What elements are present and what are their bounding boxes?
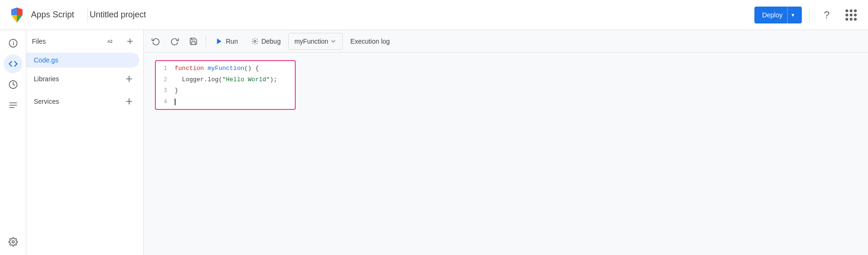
triggers-nav-button[interactable]	[4, 75, 23, 94]
files-title: Files	[32, 38, 100, 45]
line-content-1: function myFunction() {	[175, 63, 259, 74]
svg-marker-18	[217, 39, 221, 44]
run-icon	[215, 38, 223, 45]
icon-nav: i	[0, 30, 26, 255]
deploy-button[interactable]: Deploy ▾	[754, 7, 802, 23]
svg-point-19	[254, 40, 256, 42]
code-block: 1 function myFunction() { 2 Logger.log("…	[155, 60, 296, 110]
svg-point-10	[12, 241, 14, 243]
line-content-2: Logger.log("Hello World");	[175, 74, 277, 85]
file-panel-header: Files AZ	[26, 30, 143, 53]
execution-log-button[interactable]: Execution log	[345, 33, 395, 50]
undo-button[interactable]	[147, 33, 164, 50]
apps-grid-button[interactable]	[842, 6, 860, 24]
app-name: Apps Script	[31, 10, 74, 20]
services-header[interactable]: Services	[26, 92, 143, 111]
toolbar: Run Debug myFunction Execution log	[144, 30, 868, 53]
services-section: Services	[26, 90, 143, 113]
debug-label: Debug	[261, 38, 281, 45]
file-item-code-gs[interactable]: Code.gs	[26, 53, 139, 68]
header: Apps Script Untitled project Deploy ▾ ?	[0, 0, 868, 30]
info-icon: i	[8, 39, 18, 48]
main-container: i	[0, 30, 868, 255]
project-name[interactable]: Untitled project	[90, 10, 754, 20]
code-line-1: 1 function myFunction() {	[160, 63, 291, 74]
add-library-button[interactable]	[123, 72, 136, 85]
libraries-section: Libraries	[26, 68, 143, 90]
logo-area: Apps Script	[8, 6, 74, 24]
header-actions: Deploy ▾ ?	[754, 6, 860, 24]
code-nav-button[interactable]	[4, 54, 23, 73]
grid-icon	[845, 9, 857, 21]
libraries-title: Libraries	[34, 75, 123, 83]
add-icon	[126, 37, 134, 46]
file-panel: Files AZ Code.gs Libraries	[26, 30, 144, 255]
code-line-2: 2 Logger.log("Hello World");	[160, 74, 291, 85]
run-button[interactable]: Run	[210, 33, 244, 50]
redo-button[interactable]	[166, 33, 183, 50]
code-icon	[8, 59, 18, 69]
line-content-3: }	[175, 85, 178, 96]
save-button[interactable]	[185, 33, 202, 50]
settings-nav-button[interactable]	[4, 232, 23, 251]
add-file-button[interactable]	[123, 34, 138, 49]
info-nav-button[interactable]: i	[4, 34, 23, 53]
run-label: Run	[226, 38, 238, 45]
redo-icon	[170, 37, 179, 46]
editor-container: Run Debug myFunction Execution log	[144, 30, 868, 255]
svg-marker-1	[17, 8, 23, 15]
help-button[interactable]: ?	[817, 6, 836, 24]
line-num-3: 3	[160, 86, 167, 96]
apps-script-logo	[8, 6, 26, 24]
function-name: myFunction	[294, 38, 328, 45]
function-selector[interactable]: myFunction	[288, 33, 343, 50]
debug-icon	[251, 38, 259, 45]
debug-button[interactable]: Debug	[246, 33, 286, 50]
add-service-button[interactable]	[123, 95, 136, 108]
icon-nav-bottom	[4, 232, 23, 255]
help-icon: ?	[824, 9, 830, 21]
svg-text:i: i	[13, 40, 14, 46]
execution-log-label: Execution log	[350, 38, 390, 45]
header-divider	[87, 8, 88, 23]
settings-icon	[8, 237, 18, 247]
code-line-4: 4	[160, 96, 291, 108]
code-line-3: 3 }	[160, 85, 291, 96]
clock-icon	[8, 80, 18, 89]
save-icon	[189, 37, 198, 46]
add-library-icon	[124, 74, 134, 84]
svg-text:AZ: AZ	[108, 39, 113, 44]
add-service-icon	[124, 97, 134, 106]
undo-icon	[152, 37, 160, 46]
svg-marker-2	[11, 15, 17, 23]
code-lines: 1 function myFunction() { 2 Logger.log("…	[160, 63, 291, 107]
text-cursor	[175, 99, 176, 105]
svg-marker-0	[11, 8, 17, 15]
svg-marker-3	[17, 15, 23, 23]
executions-nav-button[interactable]	[4, 96, 23, 115]
deploy-label: Deploy	[762, 11, 787, 19]
sort-files-button[interactable]: AZ	[104, 34, 119, 49]
libraries-header[interactable]: Libraries	[26, 70, 143, 88]
sort-az-icon: AZ	[107, 37, 115, 46]
line-num-2: 2	[160, 75, 167, 85]
editor-area[interactable]: 1 function myFunction() { 2 Logger.log("…	[144, 53, 868, 255]
line-num-1: 1	[160, 64, 167, 74]
deploy-chevron-icon: ▾	[787, 7, 794, 23]
line-num-4: 4	[160, 97, 167, 108]
file-item-label: Code.gs	[34, 56, 58, 64]
services-title: Services	[34, 98, 123, 105]
function-chevron-icon	[330, 38, 337, 45]
toolbar-divider-1	[206, 36, 206, 47]
header-right-divider	[809, 8, 810, 23]
line-content-4	[175, 96, 176, 107]
list-icon	[8, 100, 18, 110]
